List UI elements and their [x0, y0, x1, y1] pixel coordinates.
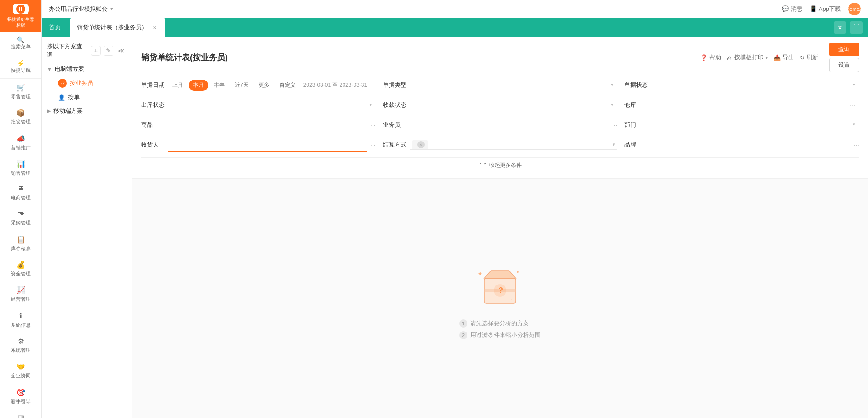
pay-status-select[interactable]: ▾ — [410, 98, 618, 112]
sidebar-item-11[interactable]: 🤝企业协同 — [9, 358, 33, 383]
consignee-label: 收货人 — [141, 141, 165, 149]
out-status-select[interactable]: ▾ — [168, 98, 376, 112]
tree-node-mobile-scheme[interactable]: ▶ 移动端方案 — [42, 104, 132, 118]
user-action[interactable]: demo2 — [848, 3, 861, 15]
sidebar-item-8[interactable]: 📈经营管理 — [9, 281, 33, 307]
sidebar-item-3[interactable]: 📊销售管理 — [9, 155, 33, 180]
close-window-btn[interactable]: ✕ — [834, 21, 846, 34]
sidebar-item-label-2: 营销推广 — [11, 144, 31, 151]
print-action[interactable]: 🖨 按模板打印 ▾ — [726, 53, 768, 62]
sidebar-item-5[interactable]: 🛍采购管理 — [9, 205, 33, 230]
sidebar-search-item[interactable]: 🔍 搜索菜单 — [0, 32, 41, 55]
salesperson-dots[interactable]: ··· — [612, 121, 618, 128]
sidebar-item-9[interactable]: ℹ基础信息 — [9, 307, 33, 332]
consignee-input[interactable] — [168, 138, 367, 152]
order-scheme-label: 按单 — [68, 93, 80, 101]
right-content: 销货单统计表(按业务员) ❓ 帮助 🖨 按模板打印 ▾ 📤 导出 — [132, 37, 868, 418]
tab-sales-stat[interactable]: 销货单统计表（按业务员） × — [70, 18, 165, 37]
filter-area: 单据日期 上月 本月 本年 近7天 更多 自定义 2023-03-01 至 20… — [132, 72, 868, 179]
status-select[interactable]: ▾ — [651, 78, 859, 92]
date-btn-more[interactable]: 更多 — [255, 80, 274, 91]
collapse-panel-btn[interactable]: ≪ — [116, 46, 126, 56]
filter-out-status: 出库状态 ▾ — [141, 98, 376, 112]
tree-mobile-expand-icon: ▶ — [47, 108, 51, 114]
sidebar-item-12[interactable]: 🎯新手引导 — [9, 384, 33, 409]
filter-date: 单据日期 上月 本月 本年 近7天 更多 自定义 2023-03-01 至 20… — [141, 80, 376, 91]
salesperson-input[interactable] — [410, 118, 609, 132]
empty-hint-1-text: 请先选择要分析的方案 — [470, 319, 529, 328]
export-action[interactable]: 📤 导出 — [774, 53, 794, 62]
tree-node-by-order[interactable]: 👤 按单 — [52, 90, 132, 104]
sidebar-item-icon-10: ⚙ — [18, 337, 24, 346]
sidebar-item-13[interactable]: ▦应用中心 — [9, 409, 33, 418]
sidebar-item-7[interactable]: 💰资金管理 — [9, 256, 33, 281]
goods-label: 商品 — [141, 121, 165, 129]
date-btn-this-month[interactable]: 本月 — [189, 80, 208, 91]
brand-dots[interactable]: ··· — [854, 141, 859, 148]
user-name: demo2 — [848, 6, 861, 12]
sidebar-item-label-4: 电商管理 — [11, 195, 31, 201]
goods-dots[interactable]: ··· — [370, 121, 376, 128]
dept-label: 部门 — [624, 121, 648, 129]
sidebar-item-4[interactable]: 🖥电商管理 — [9, 180, 33, 205]
topbar: 办公用品行业模拟账套 ▾ 💬 消息 📱 App下载 demo2 — [42, 0, 868, 18]
add-scheme-btn[interactable]: + — [91, 46, 101, 56]
date-btn-custom[interactable]: 自定义 — [275, 80, 300, 91]
tree-node-pc-scheme[interactable]: ▼ 电脑端方案 — [42, 62, 132, 76]
tree-node-by-salesperson[interactable]: 业 按业务员 — [52, 76, 132, 90]
print-label: 按模板打印 — [734, 53, 764, 62]
svg-text:✦: ✦ — [477, 270, 483, 277]
filter-row-1: 单据日期 上月 本月 本年 近7天 更多 自定义 2023-03-01 至 20… — [141, 78, 859, 92]
type-select[interactable]: ▾ — [410, 78, 618, 92]
refresh-action[interactable]: ↻ 刷新 — [800, 53, 818, 62]
app-download-action[interactable]: 📱 App下载 — [810, 5, 841, 13]
sidebar-item-label-11: 企业协同 — [11, 372, 31, 379]
date-btn-this-year[interactable]: 本年 — [210, 80, 229, 91]
sidebar-item-icon-11: 🤝 — [16, 362, 25, 371]
sidebar-item-0[interactable]: 🛒零售管理 — [9, 79, 33, 104]
message-icon: 💬 — [782, 5, 789, 12]
left-panel: 按以下方案查询 + ✎ ≪ ▼ 电脑端方案 业 按业务员 — [42, 37, 132, 418]
topbar-actions: 💬 消息 📱 App下载 demo2 — [782, 3, 861, 15]
help-action[interactable]: ❓ 帮助 — [700, 53, 721, 62]
warehouse-select[interactable]: ··· — [651, 98, 859, 112]
sidebar-quicknav-item[interactable]: ⚡ 快捷导航 — [0, 55, 41, 79]
type-label: 单据类型 — [383, 81, 406, 89]
sidebar-item-2[interactable]: 📣营销推广 — [9, 130, 33, 155]
filter-row-2: 出库状态 ▾ 收款状态 ▾ 仓库 — [141, 98, 859, 112]
sidebar-item-icon-1: 📦 — [16, 109, 25, 117]
sidebar-item-1[interactable]: 📦批发管理 — [9, 104, 33, 129]
sidebar-item-label-12: 新手引导 — [11, 398, 31, 404]
settlement-tag-close-btn[interactable]: × — [417, 141, 425, 148]
tab-home[interactable]: 首页 — [42, 18, 68, 37]
filter-goods: 商品 ··· — [141, 118, 376, 132]
sidebar-item-10[interactable]: ⚙系统管理 — [9, 332, 33, 358]
settlement-dropdown-icon[interactable]: ▾ — [613, 142, 615, 147]
dept-select[interactable]: ▾ — [651, 118, 859, 132]
print-dropdown-icon[interactable]: ▾ — [765, 55, 768, 61]
warehouse-dots[interactable]: ··· — [850, 101, 855, 109]
filter-pay-status: 收款状态 ▾ — [383, 98, 618, 112]
date-filter-options: 上月 本月 本年 近7天 更多 自定义 — [168, 80, 300, 91]
filter-settlement: 结算方式 × ▾ — [383, 140, 618, 150]
consignee-dots[interactable]: ··· — [370, 141, 376, 148]
date-btn-last-month[interactable]: 上月 — [168, 80, 187, 91]
workspace-dropdown-icon[interactable]: ▾ — [110, 6, 113, 12]
page-title: 销货单统计表(按业务员) — [141, 52, 695, 63]
expand-window-btn[interactable]: ⛶ — [850, 21, 863, 34]
edit-scheme-btn[interactable]: ✎ — [104, 46, 113, 56]
date-btn-7days[interactable]: 近7天 — [231, 80, 253, 91]
sidebar-item-icon-6: 📋 — [16, 235, 25, 244]
goods-input[interactable] — [168, 118, 367, 132]
brand-input[interactable] — [651, 138, 850, 152]
pay-status-label: 收款状态 — [383, 101, 406, 109]
dept-dropdown-icon: ▾ — [853, 122, 855, 128]
message-action[interactable]: 💬 消息 — [782, 5, 802, 13]
settlement-tag: × — [412, 140, 428, 149]
workspace-name: 办公用品行业模拟账套 — [49, 5, 108, 13]
collapse-bar[interactable]: ⌃⌃ 收起更多条件 — [141, 157, 859, 173]
sidebar-item-6[interactable]: 📋库存核算 — [9, 231, 33, 256]
settings-button[interactable]: 设置 — [829, 58, 859, 72]
tab-close-icon[interactable]: × — [151, 24, 158, 31]
query-button[interactable]: 查询 — [829, 43, 859, 56]
